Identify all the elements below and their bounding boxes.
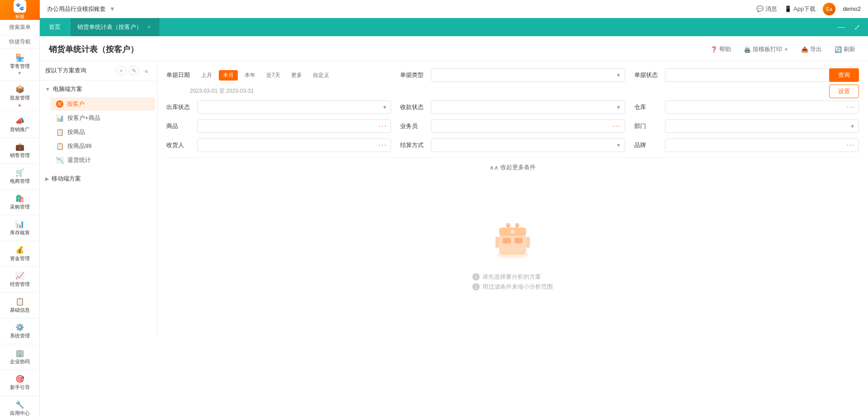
collapse-row: ∧∧ 收起更多条件 <box>166 157 859 173</box>
app-title-dropdown-icon[interactable]: ▼ <box>109 5 115 12</box>
settings-button[interactable]: 设置 <box>829 85 859 98</box>
date-option-last-month[interactable]: 上月 <box>197 70 216 81</box>
brand-dots-icon[interactable]: ··· <box>846 141 855 149</box>
date-option-7days[interactable]: 近7天 <box>262 70 284 81</box>
user-avatar[interactable]: Ea <box>823 3 835 15</box>
staff-input[interactable]: ··· <box>431 119 625 133</box>
consignee-input[interactable]: ··· <box>197 138 391 152</box>
sidebar-item-label-wholesale: 批发管理 <box>10 95 30 101</box>
help-button[interactable]: ❓ 帮助 <box>707 43 735 55</box>
filter-row-1: 单据日期 上月 本月 本年 近7天 更多 自定义 单据类型 <box>166 68 859 82</box>
scheme-header: 按以下方案查询 + ✎ « <box>40 61 157 81</box>
query-button[interactable]: 查询 <box>829 68 859 82</box>
scheme-add-button[interactable]: + <box>116 66 126 76</box>
message-label: 消息 <box>765 5 777 13</box>
chevron-down-icon: ▼ <box>18 71 22 76</box>
page-title: 销货单统计表（按客户） <box>49 44 138 55</box>
sidebar-item-newbie[interactable]: 🎯 新手引导 <box>0 370 39 396</box>
product-dots-icon[interactable]: ··· <box>378 122 387 130</box>
filter-dept: 部门 ▼ <box>634 119 859 133</box>
sidebar-item-ecommerce[interactable]: 🛒 电商管理 <box>0 164 39 190</box>
brand-input[interactable]: ··· <box>665 138 859 152</box>
sidebar-item-apps[interactable]: 🔧 应用中心 <box>0 396 39 418</box>
tab-active[interactable]: 销货单统计表（按客户） × <box>70 18 160 36</box>
sidebar-item-wholesale[interactable]: 📦 批发管理 ▲ <box>0 81 39 112</box>
out-status-dropdown-icon: ▼ <box>382 104 387 110</box>
scheme-item-by-customer[interactable]: 按 按客户 <box>51 97 155 111</box>
filter-area: 查询 设置 单据日期 上月 本月 本年 近7天 更多 <box>157 61 868 336</box>
scheme-item-by-product99[interactable]: 📋 按商品99 <box>51 139 155 153</box>
svg-rect-10 <box>526 237 530 248</box>
sidebar-logo[interactable]: 🐾 标腿 <box>0 0 40 20</box>
payment-dropdown-icon: ▼ <box>616 142 621 148</box>
bar-icon: 📉 <box>56 157 64 164</box>
sidebar-item-basic[interactable]: 📋 基础信息 <box>0 293 39 318</box>
scheme-item-customer-product[interactable]: 📊 按客户+商品 <box>51 111 155 125</box>
sidebar-item-label-stock: 库存核算 <box>10 229 30 236</box>
consignee-dots-icon[interactable]: ··· <box>378 141 387 149</box>
expand-icon-desktop: ▼ <box>45 86 50 92</box>
sidebar-item-retail[interactable]: 🏪 零售管理 ▼ <box>0 49 39 81</box>
enterprise-icon: 🏢 <box>15 349 24 357</box>
filter-doc-status: 单据状态 ▼ <box>634 68 859 82</box>
sidebar-item-label-ecommerce: 电商管理 <box>10 178 30 185</box>
scheme-collapse-button[interactable]: « <box>142 66 151 76</box>
refresh-button[interactable]: 🔄 刷新 <box>831 43 859 55</box>
filter-doc-type: 单据类型 ▼ <box>400 68 625 82</box>
filter-row-3: 商品 ··· 业务员 ··· <box>166 119 859 133</box>
date-option-more[interactable]: 更多 <box>287 70 306 81</box>
sidebar-search[interactable]: 搜索菜单 <box>0 20 39 35</box>
scheme-edit-button[interactable]: ✎ <box>129 66 139 76</box>
collect-status-input[interactable]: ▼ <box>431 100 625 114</box>
sidebar-item-label-operation: 经营管理 <box>10 281 30 288</box>
export-button[interactable]: 📤 导出 <box>797 43 826 55</box>
date-option-this-month[interactable]: 本月 <box>219 70 238 81</box>
tab-close-button[interactable]: × <box>146 23 152 31</box>
sidebar-item-system[interactable]: ⚙️ 系统管理 <box>0 318 39 344</box>
collapse-conditions-button[interactable]: ∧∧ 收起更多条件 <box>484 162 541 173</box>
product-input[interactable]: ··· <box>197 119 391 133</box>
scheme-group-desktop: ▼ 电脑端方案 按 按客户 📊 按客户+商品 <box>40 81 157 170</box>
tab-home[interactable]: 首页 <box>40 18 70 36</box>
sidebar-nav-label[interactable]: 快捷导航 <box>0 35 39 49</box>
payment-input[interactable]: ▼ <box>431 138 625 152</box>
sidebar-item-finance[interactable]: 💰 资金管理 <box>0 241 39 267</box>
main-area: 办公用品行业模拟账套 ▼ 💬 消息 📱 App下载 Ea demo2 首页 销货… <box>40 0 868 418</box>
doc-type-input[interactable]: ▼ <box>431 68 625 82</box>
tab-minimize-button[interactable]: — <box>835 21 848 33</box>
staff-dots-icon[interactable]: ··· <box>612 122 621 130</box>
scheme-item-by-product[interactable]: 📋 按商品 <box>51 125 155 139</box>
sidebar-item-marketing[interactable]: 📣 营销推广 <box>0 112 39 138</box>
consignee-label: 收货人 <box>166 141 193 149</box>
sidebar-item-label-newbie: 新手引导 <box>10 384 30 391</box>
filter-consignee: 收货人 ··· <box>166 138 391 152</box>
app-download-button[interactable]: 📱 App下载 <box>784 5 816 13</box>
logo-icon: 🐾 <box>14 0 26 13</box>
user-name[interactable]: demo2 <box>843 5 861 12</box>
collapse-up-icon: ∧∧ <box>490 164 499 171</box>
scheme-item-return-stats[interactable]: 📉 退货统计 <box>51 153 155 167</box>
sidebar-item-enterprise[interactable]: 🏢 企业协同 <box>0 344 39 370</box>
warehouse-input[interactable]: ··· <box>665 100 859 114</box>
dept-input[interactable]: ▼ <box>665 119 859 133</box>
sidebar-item-operation[interactable]: 📈 经营管理 <box>0 267 39 293</box>
date-option-custom[interactable]: 自定义 <box>309 70 333 81</box>
page-title-bar: 销货单统计表（按客户） ❓ 帮助 🖨️ 按模板打印 ▼ 📤 导出 <box>40 36 868 61</box>
out-status-input[interactable]: ▼ <box>197 100 391 114</box>
svg-rect-2 <box>503 238 511 243</box>
scheme-group-mobile-title[interactable]: ▶ 移动端方案 <box>40 172 157 185</box>
sidebar-item-sales[interactable]: 💼 销售管理 <box>0 138 39 164</box>
purchase-icon: 🛍️ <box>15 194 24 203</box>
scheme-item-label-customer: 按客户 <box>67 100 85 108</box>
newbie-icon: 🎯 <box>15 375 24 383</box>
sidebar-item-purchase[interactable]: 🛍️ 采购管理 <box>0 190 39 215</box>
warehouse-dots-icon[interactable]: ··· <box>846 103 855 111</box>
tab-maximize-button[interactable]: ⤢ <box>851 21 863 33</box>
filter-payment: 结算方式 ▼ <box>400 138 625 152</box>
date-option-this-year[interactable]: 本年 <box>241 70 259 81</box>
doc-type-dropdown-icon: ▼ <box>616 72 621 78</box>
sidebar-item-stock[interactable]: 📊 库存核算 <box>0 215 39 241</box>
message-button[interactable]: 💬 消息 <box>756 5 777 13</box>
scheme-group-desktop-title[interactable]: ▼ 电脑端方案 <box>40 82 157 96</box>
print-button[interactable]: 🖨️ 按模板打印 ▼ <box>740 43 792 55</box>
